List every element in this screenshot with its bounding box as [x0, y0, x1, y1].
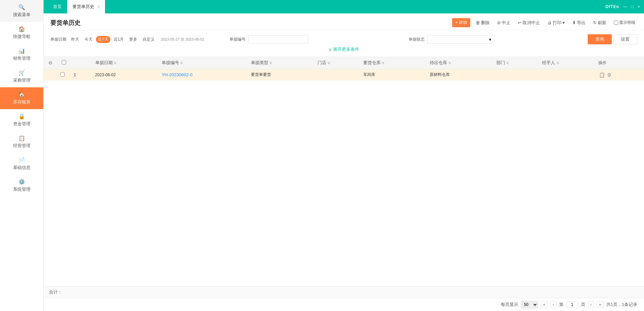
op-view-0[interactable]: 📋: [599, 72, 605, 78]
delete-button[interactable]: 🗑 删除: [474, 18, 492, 27]
brand-label: OfTEn: [605, 4, 619, 9]
date-btn-昨天[interactable]: 昨天: [69, 36, 81, 43]
sidebar: 🔍搜索菜单🏠快捷导航📊销售管理🛒采购管理🏠库存核算🔒资金管理📋经营管理📄基础信息…: [0, 0, 44, 311]
query-button[interactable]: 查询: [588, 34, 612, 44]
row-checkbox-0[interactable]: [60, 72, 65, 77]
sidebar-item-sales-mgmt[interactable]: 📊销售管理: [0, 44, 43, 65]
sidebar-item-purchase-mgmt[interactable]: 🛒采购管理: [0, 65, 43, 87]
td-date-0: 2023-06-02: [92, 69, 158, 81]
date-btn-近1月[interactable]: 近1月: [112, 36, 126, 43]
filter-actions-row: 查询 设置: [588, 34, 637, 44]
table-header: ⚙ 单据日期 ⇅ 单据编号 ⇅: [44, 57, 644, 69]
export-button[interactable]: ⬆ 导出: [570, 18, 588, 27]
th-pending-warehouse-sort[interactable]: ⇅: [448, 61, 451, 65]
new-button[interactable]: + 新增: [452, 18, 470, 27]
total-info: 共1页，1条记录: [606, 302, 637, 308]
last-page-btn[interactable]: »: [597, 301, 604, 308]
bill-status-filter-group: 单据状态 ▾: [409, 35, 581, 44]
th-checkbox: [57, 57, 70, 69]
sidebar-item-system-mgmt[interactable]: ⚙️系统管理: [0, 175, 43, 196]
th-billno-sort[interactable]: ⇅: [180, 61, 183, 65]
prev-page-btn[interactable]: ‹: [550, 301, 556, 308]
sidebar-label-quick-nav: 快捷导航: [13, 34, 31, 40]
tab-home[interactable]: 首页: [48, 0, 67, 13]
op-edit-0[interactable]: ⚙: [607, 72, 611, 78]
date-btn-自定义[interactable]: 自定义: [141, 36, 157, 43]
bill-no-input[interactable]: [248, 35, 309, 43]
sidebar-item-business-mgmt[interactable]: 📋经营管理: [0, 131, 43, 153]
basic-info-icon: 📄: [18, 157, 25, 163]
cancel-suspend-label: 取消中止: [523, 20, 540, 26]
refresh-icon: ↻: [593, 20, 597, 25]
th-handler: 经手人 ⇅: [539, 57, 595, 69]
current-page-input[interactable]: [566, 301, 578, 308]
next-page-btn[interactable]: ›: [588, 301, 594, 308]
sidebar-item-search-menu[interactable]: 🔍搜索菜单: [0, 0, 43, 22]
expand-more-btn[interactable]: ∨ 展开更多条件: [50, 46, 637, 52]
suspend-button[interactable]: ⊘ 中止: [495, 18, 513, 27]
print-button[interactable]: 🖨 打印 ▾: [545, 18, 567, 27]
sidebar-label-purchase-mgmt: 采购管理: [13, 77, 31, 83]
th-dept-sort[interactable]: ⇅: [506, 61, 509, 65]
sidebar-item-quick-nav[interactable]: 🏠快捷导航: [0, 22, 43, 44]
sidebar-label-inventory: 库存核算: [13, 99, 31, 105]
date-btn-近7天[interactable]: 近7天: [96, 36, 110, 43]
th-store-sort[interactable]: ⇅: [327, 61, 330, 65]
tab-active[interactable]: 要货单历史 ×: [67, 0, 105, 13]
sidebar-label-finance-mgmt: 资金管理: [13, 121, 31, 127]
select-all-checkbox[interactable]: [62, 60, 66, 64]
sidebar-item-basic-info[interactable]: 📄基础信息: [0, 153, 43, 175]
td-settings-0: [44, 69, 57, 81]
pagination-bar: 每页显示 50 100 200 « ‹ 第 页 › » 共1页，1条记录: [44, 298, 644, 311]
td-store-0: [314, 69, 360, 81]
date-btn-更多[interactable]: 更多: [127, 36, 139, 43]
bill-no-filter-group: 单据编号: [229, 35, 402, 43]
page-end-label: 页: [581, 302, 585, 308]
cancel-suspend-button[interactable]: ↩ 取消中止: [516, 18, 542, 27]
page-size-select[interactable]: 50 100 200: [521, 301, 538, 308]
window-close[interactable]: ×: [638, 4, 640, 9]
setting-button[interactable]: 设置: [613, 34, 637, 44]
display-detail-checkbox[interactable]: [614, 20, 618, 25]
topbar-right: OfTEn — □ ×: [605, 4, 640, 9]
print-label: 打印: [553, 20, 561, 26]
bill-status-label: 单据状态: [409, 37, 425, 42]
export-label: 导出: [577, 20, 586, 26]
bill-status-select[interactable]: ▾: [427, 35, 494, 44]
filter-area: 单据日期 昨天今天近7天近1月更多自定义 2023-05-27 至 2023-0…: [44, 30, 644, 57]
th-handler-label: 经手人: [542, 60, 555, 65]
bill-no-link-0[interactable]: YH-20230602-0: [162, 72, 193, 77]
finance-mgmt-icon: 🔒: [18, 113, 25, 120]
th-req-warehouse-sort[interactable]: ⇅: [382, 61, 384, 65]
quick-nav-icon: 🏠: [18, 26, 25, 32]
th-billtype-label: 单据类型: [251, 60, 268, 65]
page-header: 要货单历史 + 新增 🗑 删除 ⊘ 中止 ↩ 取消中止 🖨 打印: [44, 13, 644, 30]
print-arrow-icon: ▾: [562, 20, 565, 25]
sidebar-item-inventory[interactable]: 🏠库存核算: [0, 87, 43, 109]
refresh-button[interactable]: ↻ 刷新: [591, 18, 608, 27]
th-handler-sort[interactable]: ⇅: [556, 61, 559, 65]
sales-mgmt-icon: 📊: [18, 48, 25, 54]
window-minimize[interactable]: —: [623, 4, 627, 9]
sidebar-label-search-menu: 搜索菜单: [13, 12, 31, 18]
th-billtype-sort[interactable]: ⇅: [269, 61, 272, 65]
tab-close-icon[interactable]: ×: [98, 5, 100, 9]
sidebar-label-system-mgmt: 系统管理: [13, 186, 31, 192]
business-mgmt-icon: 📋: [18, 135, 25, 141]
sidebar-label-sales-mgmt: 销售管理: [13, 55, 31, 61]
display-detail-check[interactable]: 显示明细: [612, 18, 637, 27]
page-size-label: 每页显示: [501, 302, 518, 308]
purchase-mgmt-icon: 🛒: [18, 70, 25, 76]
date-btn-今天[interactable]: 今天: [83, 36, 95, 43]
display-detail-label: 显示明细: [619, 20, 635, 26]
page-title: 要货单历史: [50, 19, 80, 27]
expand-more-label: 展开更多条件: [333, 46, 359, 52]
active-tab-label: 要货单历史: [72, 4, 94, 10]
window-maximize[interactable]: □: [631, 4, 634, 9]
suspend-label: 中止: [502, 20, 511, 26]
th-settings: ⚙: [44, 57, 57, 69]
table-gear-icon[interactable]: ⚙: [48, 60, 53, 65]
first-page-btn[interactable]: «: [541, 301, 548, 308]
sidebar-item-finance-mgmt[interactable]: 🔒资金管理: [0, 109, 43, 131]
th-date-sort[interactable]: ⇅: [114, 61, 116, 65]
